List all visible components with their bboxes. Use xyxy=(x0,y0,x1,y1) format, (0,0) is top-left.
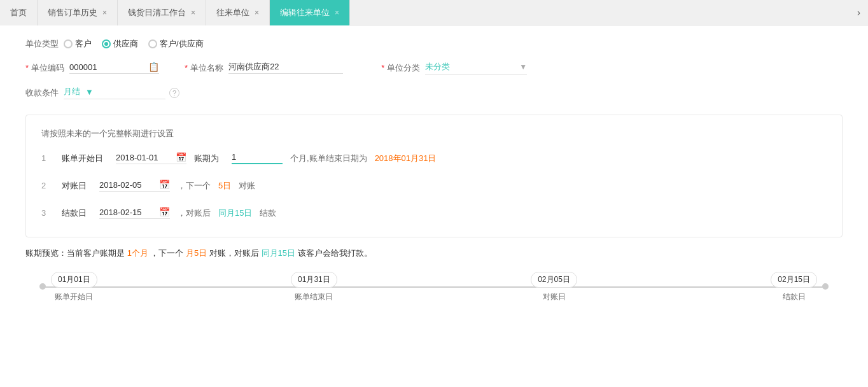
unit-code-star: * xyxy=(25,63,29,73)
row-2-date: 📅 xyxy=(99,179,170,192)
unit-category-field: * 单位分类 未分类 ▼ xyxy=(381,61,527,74)
row-2-suffix2: 对账 xyxy=(239,180,255,192)
row-1-date-input[interactable] xyxy=(116,153,173,162)
tab-edit-partner-close[interactable]: × xyxy=(335,8,339,17)
row-1-num: 1 xyxy=(41,153,54,163)
row-1-period-input[interactable] xyxy=(232,152,283,164)
tab-partner-unit-close[interactable]: × xyxy=(255,8,259,17)
row-3-num: 3 xyxy=(41,208,54,218)
row-1-suffix: 个月,账单结束日期为 xyxy=(290,153,367,164)
tab-sales-order-history-close[interactable]: × xyxy=(102,8,107,17)
unit-code-field: * 单位编码 📋 xyxy=(25,62,159,74)
unit-type-row: 单位类型 客户 供应商 客户/供应商 xyxy=(25,38,843,50)
timeline-point-3: 02月05日 对账日 xyxy=(531,272,577,302)
tab-edit-partner[interactable]: 编辑往来单位 × xyxy=(270,0,350,25)
radio-customer-supplier-circle xyxy=(148,39,157,48)
tab-cash-ledger-close[interactable]: × xyxy=(191,8,195,17)
radio-customer-supplier-label: 客户/供应商 xyxy=(160,38,204,50)
unit-category-label: 单位分类 xyxy=(387,62,420,74)
timeline-point-1: 01月01日 账单开始日 xyxy=(51,272,97,302)
unit-type-radio-group: 客户 供应商 客户/供应商 xyxy=(64,38,204,50)
row-3-date: 📅 xyxy=(99,207,170,219)
tab-cash-ledger[interactable]: 钱货日清工作台 × xyxy=(118,0,206,25)
tab-home[interactable]: 首页 xyxy=(0,0,38,25)
timeline-points: 01月01日 账单开始日 01月31日 账单结束日 02月05日 对账日 02月… xyxy=(38,272,830,302)
radio-supplier-label: 供应商 xyxy=(113,38,138,50)
row-1-label: 账单开始日 xyxy=(62,153,103,164)
setting-row-1: 1 账单开始日 📅 账期为 个月,账单结束日期为 2018年01月31日 xyxy=(41,152,827,164)
setting-row-3: 3 结款日 📅 ，对账后 同月15日 结款 xyxy=(41,207,827,219)
tab-sales-order-history[interactable]: 销售订单历史 × xyxy=(38,0,118,25)
unit-category-select[interactable]: 未分类 ▼ xyxy=(425,61,527,74)
unit-category-arrow: ▼ xyxy=(519,62,527,71)
row-3-date-input[interactable] xyxy=(99,208,157,217)
timeline-label-4: 结款日 xyxy=(783,292,806,302)
row-1-suffix-before: 账期为 xyxy=(194,153,219,164)
timeline-tag-4: 02月15日 xyxy=(771,272,817,288)
preview-text: 账期预览：当前客户账期是 1个月 ，下一个 月5日 对账，对账后 同月15日 该… xyxy=(25,248,843,259)
payment-terms-select[interactable]: 月结 ▼ xyxy=(64,86,165,99)
row-3-cal-icon[interactable]: 📅 xyxy=(159,207,170,217)
row-2-suffix: ，下一个 xyxy=(178,180,211,192)
payment-terms-field: 收款条件 月结 ▼ ? xyxy=(25,86,179,99)
tab-edit-partner-label: 编辑往来单位 xyxy=(280,7,330,18)
row-2-num: 2 xyxy=(41,181,54,190)
unit-info-row: * 单位编码 📋 * 单位名称 * 单位分类 未分类 ▼ xyxy=(25,61,843,74)
radio-supplier[interactable]: 供应商 xyxy=(102,38,138,50)
timeline-tag-1: 01月01日 xyxy=(51,272,97,288)
unit-name-star: * xyxy=(185,63,188,73)
payment-terms-row: 收款条件 月结 ▼ ? xyxy=(25,86,843,99)
timeline-point-2: 01月31日 账单结束日 xyxy=(291,272,337,302)
setting-row-2: 2 对账日 📅 ，下一个 5日 对账 xyxy=(41,179,827,192)
row-1-date: 📅 xyxy=(116,152,186,164)
timeline-tag-2: 01月31日 xyxy=(291,272,337,288)
unit-name-field: * 单位名称 xyxy=(185,62,343,74)
tab-partner-unit[interactable]: 往来单位 × xyxy=(206,0,270,25)
row-1-highlight: 2018年01月31日 xyxy=(375,153,437,164)
tab-cash-ledger-label: 钱货日清工作台 xyxy=(128,7,186,18)
tab-sales-order-history-label: 销售订单历史 xyxy=(48,7,97,18)
preview-section: 账期预览：当前客户账期是 1个月 ，下一个 月5日 对账，对账后 同月15日 该… xyxy=(25,237,843,302)
preview-period: 1个月 xyxy=(127,248,148,258)
radio-customer-circle xyxy=(64,39,73,48)
unit-category-value: 未分类 xyxy=(425,61,519,73)
help-icon[interactable]: ? xyxy=(169,88,179,98)
preview-reconcile: 月5日 xyxy=(186,248,207,258)
row-2-date-input[interactable] xyxy=(99,180,157,190)
unit-type-label: 单位类型 xyxy=(25,38,59,50)
unit-category-star: * xyxy=(381,63,384,73)
radio-supplier-circle xyxy=(102,39,111,48)
timeline-label-1: 账单开始日 xyxy=(55,292,93,302)
preview-payment: 同月15日 xyxy=(262,248,295,258)
timeline-label-3: 对账日 xyxy=(543,292,566,302)
row-2-label: 对账日 xyxy=(62,180,87,192)
row-3-suffix2: 结款 xyxy=(260,208,276,219)
radio-customer[interactable]: 客户 xyxy=(64,38,92,50)
setting-title: 请按照未来的一个完整帐期进行设置 xyxy=(41,128,827,139)
unit-name-input[interactable] xyxy=(228,62,343,74)
radio-customer-supplier[interactable]: 客户/供应商 xyxy=(148,38,204,50)
unit-code-label: 单位编码 xyxy=(31,62,64,74)
tab-home-label: 首页 xyxy=(10,7,27,18)
unit-code-input[interactable] xyxy=(69,62,146,72)
row-3-label: 结款日 xyxy=(62,208,87,219)
main-content: 单位类型 客户 供应商 客户/供应商 * 单位编码 xyxy=(0,25,868,387)
timeline-label-2: 账单结束日 xyxy=(295,292,333,302)
payment-terms-label: 收款条件 xyxy=(25,87,59,99)
tab-bar: 首页 销售订单历史 × 钱货日清工作台 × 往来单位 × 编辑往来单位 × › xyxy=(0,0,868,25)
tab-arrow[interactable]: › xyxy=(850,7,868,18)
preview-mid1: ，下一个 xyxy=(150,248,183,258)
radio-customer-label: 客户 xyxy=(75,38,92,50)
row-3-suffix: ，对账后 xyxy=(178,208,211,219)
unit-code-icon[interactable]: 📋 xyxy=(148,62,159,72)
timeline-tag-3: 02月05日 xyxy=(531,272,577,288)
setting-box: 请按照未来的一个完整帐期进行设置 1 账单开始日 📅 账期为 个月,账单结束日期… xyxy=(25,115,843,237)
preview-suffix: 该客户会给我打款。 xyxy=(298,248,372,258)
row-1-cal-icon[interactable]: 📅 xyxy=(176,152,186,162)
payment-terms-arrow: ▼ xyxy=(85,87,94,97)
unit-code-input-wrapper: 📋 xyxy=(69,62,159,74)
row-2-cal-icon[interactable]: 📅 xyxy=(159,179,170,190)
row-3-highlight: 同月15日 xyxy=(218,208,252,219)
timeline-point-4: 02月15日 结款日 xyxy=(771,272,817,302)
preview-label: 账期预览：当前客户账期是 xyxy=(25,248,125,258)
